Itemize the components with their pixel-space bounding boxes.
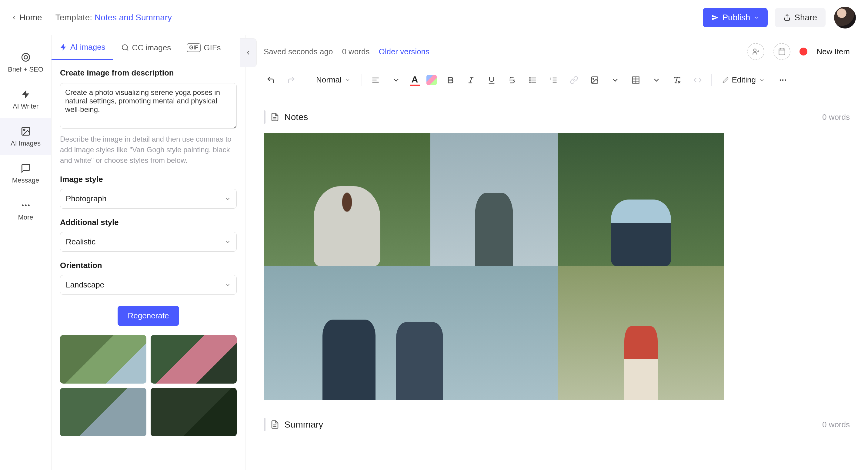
- collage-cell: [264, 133, 430, 266]
- text-color-button[interactable]: A: [410, 74, 420, 86]
- section-notes[interactable]: Notes 0 words: [264, 107, 850, 127]
- align-button[interactable]: [369, 73, 382, 87]
- highlight-color-button[interactable]: [427, 75, 437, 85]
- share-button[interactable]: Share: [775, 8, 826, 27]
- svg-line-22: [470, 77, 472, 83]
- chevron-down-icon: [611, 76, 619, 84]
- image-collage[interactable]: [264, 133, 724, 400]
- undo-button[interactable]: [264, 73, 278, 87]
- image-dropdown[interactable]: [608, 73, 622, 87]
- bolt-icon: [59, 43, 67, 51]
- svg-point-30: [530, 82, 530, 82]
- template-label: Template:: [56, 13, 95, 22]
- target-icon: [21, 52, 31, 62]
- add-collaborator-button[interactable]: [747, 43, 764, 60]
- rail-ai-images[interactable]: AI Images: [0, 118, 51, 155]
- collapse-panel-button[interactable]: [240, 38, 257, 67]
- section-bar: [264, 110, 266, 124]
- align-left-icon: [371, 76, 380, 84]
- tab-gifs[interactable]: GIF GIFs: [179, 35, 228, 60]
- publish-button[interactable]: Publish: [703, 8, 768, 27]
- status-dot: [800, 48, 807, 56]
- saved-status: Saved seconds ago: [264, 47, 333, 56]
- strike-button[interactable]: [505, 73, 519, 87]
- chevron-down-icon: [392, 76, 400, 84]
- dots-icon: [779, 76, 787, 84]
- orientation-label: Orientation: [60, 261, 237, 270]
- clear-format-icon: [673, 76, 681, 84]
- collage-cell: [558, 266, 724, 400]
- rail-brief-seo[interactable]: Brief + SEO: [0, 44, 51, 81]
- svg-point-5: [22, 204, 24, 206]
- image-button[interactable]: [588, 73, 601, 87]
- more-toolbar-button[interactable]: [776, 73, 790, 87]
- format-toolbar: Normal A Editing: [264, 68, 850, 95]
- underline-button[interactable]: [485, 73, 499, 87]
- template-name[interactable]: Notes and Summary: [95, 13, 172, 22]
- template-indicator: Template: Notes and Summary: [56, 13, 172, 23]
- code-icon: [693, 76, 702, 84]
- table-icon: [631, 76, 640, 84]
- thumbnail[interactable]: [151, 335, 237, 384]
- section-word-count: 0 words: [822, 420, 850, 429]
- ol-button[interactable]: [547, 73, 560, 87]
- ul-button[interactable]: [526, 73, 540, 87]
- bolt-icon: [21, 89, 31, 99]
- table-dropdown[interactable]: [650, 73, 663, 87]
- collage-cell: [264, 266, 558, 400]
- image-icon: [21, 126, 31, 137]
- code-view-button: [691, 73, 705, 87]
- chevron-down-icon: [652, 76, 661, 84]
- divider: [362, 74, 362, 86]
- panel-tabs: AI images CC images GIF GIFs: [52, 35, 245, 60]
- paper-plane-icon: [711, 14, 719, 21]
- align-dropdown[interactable]: [389, 73, 403, 87]
- home-button[interactable]: Home: [6, 10, 47, 26]
- section-summary[interactable]: Summary 0 words: [264, 415, 850, 434]
- bold-button[interactable]: [443, 73, 457, 87]
- unordered-list-icon: [529, 76, 537, 84]
- svg-point-29: [530, 80, 530, 80]
- svg-point-4: [23, 129, 25, 130]
- link-icon: [570, 76, 578, 84]
- svg-point-43: [782, 79, 784, 81]
- rail-more[interactable]: More: [0, 192, 51, 229]
- tab-ai-images[interactable]: AI images: [52, 35, 113, 60]
- paragraph-format-select[interactable]: Normal: [312, 73, 355, 87]
- table-button[interactable]: [629, 73, 643, 87]
- svg-point-6: [25, 204, 27, 206]
- rail-message[interactable]: Message: [0, 155, 51, 192]
- calendar-button[interactable]: [773, 43, 790, 60]
- calendar-icon: [778, 48, 786, 56]
- additional-style-select[interactable]: Realistic: [60, 232, 237, 252]
- share-icon: [783, 14, 791, 21]
- thumbnail[interactable]: [151, 388, 237, 436]
- clear-format-button[interactable]: [670, 73, 684, 87]
- regenerate-button[interactable]: Regenerate: [118, 306, 179, 326]
- italic-button[interactable]: [464, 73, 478, 87]
- avatar[interactable]: [834, 7, 856, 29]
- tab-label: GIFs: [204, 43, 221, 53]
- status-label[interactable]: New Item: [816, 47, 850, 56]
- prompt-hint: Describe the image in detail and then us…: [60, 134, 237, 166]
- editing-mode-select[interactable]: Editing: [718, 73, 769, 87]
- prompt-textarea[interactable]: Create a photo visualizing serene yoga p…: [60, 83, 237, 128]
- thumbnail[interactable]: [60, 388, 146, 436]
- older-versions-link[interactable]: Older versions: [378, 47, 430, 56]
- editor-area: Saved seconds ago 0 words Older versions…: [246, 35, 868, 470]
- rail-ai-writer[interactable]: AI Writer: [0, 81, 51, 118]
- chevron-down-icon: [224, 282, 231, 288]
- section-bar: [264, 418, 266, 431]
- document-body[interactable]: Notes 0 words Summary 0 words: [264, 95, 850, 446]
- orientation-select[interactable]: Landscape: [60, 275, 237, 295]
- tab-cc-images[interactable]: CC images: [113, 35, 179, 60]
- thumbnail-grid: [60, 335, 237, 436]
- collage-cell: [430, 133, 558, 266]
- rail-label: Brief + SEO: [8, 65, 43, 74]
- thumbnail[interactable]: [60, 335, 146, 384]
- strikethrough-icon: [508, 76, 517, 84]
- undo-icon: [267, 76, 275, 84]
- image-style-select[interactable]: Photograph: [60, 189, 237, 209]
- mode-value: Editing: [732, 75, 756, 85]
- editor-info-bar: Saved seconds ago 0 words Older versions…: [264, 35, 850, 68]
